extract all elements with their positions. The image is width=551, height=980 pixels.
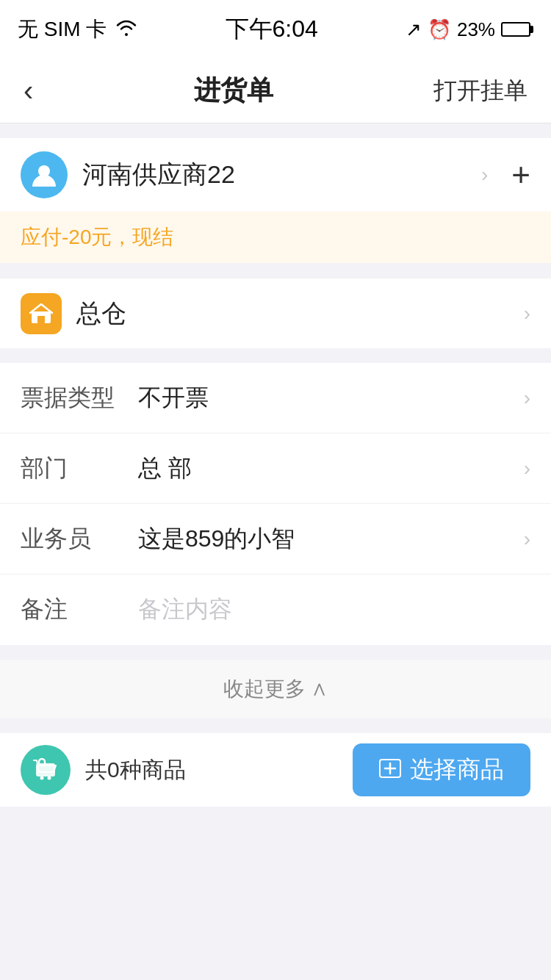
- supplier-avatar: [21, 151, 68, 198]
- location-icon: ↗: [406, 18, 422, 41]
- salesperson-chevron-icon: ›: [524, 527, 530, 551]
- invoice-type-label: 票据类型: [21, 382, 123, 414]
- add-supplier-button[interactable]: +: [511, 159, 530, 191]
- product-count: 共0种商品: [85, 755, 338, 785]
- warehouse-icon: [21, 293, 62, 334]
- svg-point-4: [40, 777, 44, 780]
- supplier-section: 河南供应商22 › + 应付-20元，现结: [0, 138, 551, 263]
- nav-bar: ‹ 进货单 打开挂单: [0, 59, 551, 123]
- department-value: 总 部: [123, 453, 524, 485]
- collapse-label: 收起更多 ∧: [223, 675, 328, 703]
- svg-rect-2: [37, 316, 45, 323]
- warehouse-name: 总仓: [76, 297, 524, 331]
- status-bar: 无 SIM 卡 下午6:04 ↗ ⏰ 23%: [0, 0, 551, 59]
- salesperson-value: 这是859的小智: [123, 523, 524, 555]
- collapse-row[interactable]: 收起更多 ∧: [0, 660, 551, 718]
- warehouse-chevron-icon: ›: [524, 302, 530, 325]
- select-product-button[interactable]: 选择商品: [353, 743, 530, 796]
- supplier-name: 河南供应商22: [82, 158, 481, 192]
- open-pending-button[interactable]: 打开挂单: [433, 75, 527, 107]
- select-product-label: 选择商品: [410, 754, 504, 786]
- department-label: 部门: [21, 453, 123, 485]
- select-product-icon: [379, 757, 401, 784]
- remark-label: 备注: [21, 594, 123, 626]
- wifi-icon: [115, 18, 137, 41]
- salesperson-label: 业务员: [21, 523, 123, 555]
- svg-point-5: [48, 777, 51, 780]
- department-row[interactable]: 部门 总 部 ›: [0, 433, 551, 504]
- warehouse-row[interactable]: 总仓 ›: [0, 278, 551, 348]
- supplier-chevron-icon: ›: [481, 163, 488, 187]
- back-button[interactable]: ‹: [24, 74, 33, 107]
- remark-row[interactable]: 备注 备注内容: [0, 574, 551, 645]
- remark-value[interactable]: 备注内容: [123, 594, 530, 626]
- invoice-type-value: 不开票: [123, 382, 524, 414]
- salesperson-row[interactable]: 业务员 这是859的小智 ›: [0, 504, 551, 574]
- supplier-row[interactable]: 河南供应商22 › +: [0, 138, 551, 212]
- warehouse-section: 总仓 ›: [0, 278, 551, 348]
- department-chevron-icon: ›: [524, 457, 530, 480]
- bottom-bar: 共0种商品 选择商品: [0, 733, 551, 807]
- spacer-2: [0, 263, 551, 278]
- notice-bar: 应付-20元，现结: [0, 212, 551, 263]
- alarm-icon: ⏰: [428, 18, 451, 41]
- battery-percent: 23%: [457, 18, 495, 41]
- cart-icon: [21, 745, 71, 795]
- spacer-1: [0, 123, 551, 138]
- battery-icon: [501, 22, 533, 37]
- invoice-chevron-icon: ›: [524, 386, 530, 410]
- sim-label: 无 SIM 卡: [18, 15, 107, 43]
- form-section: 票据类型 不开票 › 部门 总 部 › 业务员 这是859的小智 › 备注 备注…: [0, 363, 551, 645]
- status-left: 无 SIM 卡: [18, 15, 137, 43]
- notice-text: 应付-20元，现结: [21, 226, 173, 248]
- invoice-type-row[interactable]: 票据类型 不开票 ›: [0, 363, 551, 433]
- status-time: 下午6:04: [226, 13, 318, 46]
- status-right: ↗ ⏰ 23%: [406, 18, 533, 41]
- page-title: 进货单: [194, 73, 273, 109]
